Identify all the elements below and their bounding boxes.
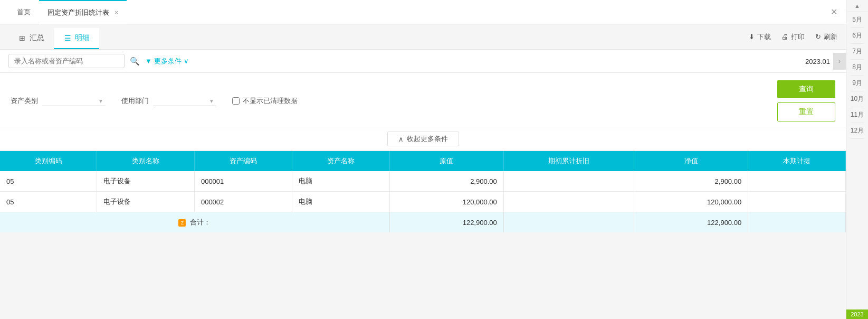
cell-current-depreciation — [748, 192, 846, 212]
search-input[interactable] — [8, 54, 125, 68]
hide-cleared-checkbox[interactable] — [232, 97, 240, 105]
col-original-value: 原值 — [389, 151, 503, 171]
col-asset-code: 资产编码 — [194, 151, 292, 171]
hide-cleared-wrapper: 不显示已清理数据 — [232, 96, 298, 106]
table-header-row: 类别编码 类别名称 资产编码 资产名称 原值 期初累计折旧 净值 本期计提 — [0, 151, 846, 171]
cell-current-depreciation — [748, 171, 846, 192]
sidebar-month-item[interactable]: 5月 — [851, 12, 864, 28]
cell-asset-code: 000001 — [194, 171, 292, 192]
department-label: 使用部门 — [121, 96, 149, 106]
cell-asset-name: 电脑 — [292, 192, 389, 212]
asset-type-select-wrapper: ▼ — [42, 96, 106, 106]
department-select-wrapper: ▼ — [153, 96, 216, 106]
search-bar: 🔍 ▼ 更多条件 ∨ 2023.01 › — [0, 50, 846, 73]
footer-original-value: 122,900.00 — [389, 212, 503, 233]
cell-asset-code: 000002 — [194, 192, 292, 212]
summary-icon: ⊞ — [18, 34, 26, 42]
cell-original-value: 2,900.00 — [389, 171, 503, 192]
tab-summary[interactable]: ⊞ 汇总 — [8, 28, 54, 49]
collapse-label: 收起更多条件 — [407, 134, 448, 144]
cell-asset-name: 电脑 — [292, 171, 389, 192]
tab-label: 固定资产折旧统计表 — [47, 8, 109, 17]
table-footer-row: Σ 合计： 122,900.00 122,900.00 — [0, 212, 846, 233]
reset-button[interactable]: 重置 — [777, 102, 835, 121]
chevron-down-icon: ∨ — [184, 57, 189, 65]
detail-label: 明细 — [75, 33, 90, 43]
footer-accum-depreciation — [503, 212, 634, 233]
hide-cleared-label: 不显示已清理数据 — [243, 96, 298, 106]
sidebar-month-item[interactable]: 8月 — [851, 60, 864, 76]
cell-cat-name: 电子设备 — [97, 171, 195, 192]
col-current-depreciation: 本期计提 — [748, 151, 846, 171]
download-button[interactable]: ⬇ 下载 — [749, 32, 771, 42]
asset-type-label: 资产类别 — [11, 96, 38, 106]
tab-detail[interactable]: ☰ 明细 — [54, 28, 99, 49]
right-sidebar: ▲ 5月6月7月8月9月10月11月12月 2023 — [846, 0, 868, 319]
filter-area: 资产类别 ▼ 使用部门 ▼ 不显示已清理数 — [0, 73, 846, 127]
sidebar-month-item[interactable]: 7月 — [851, 44, 864, 60]
download-label: 下载 — [757, 32, 771, 42]
footer-net-value: 122,900.00 — [634, 212, 748, 233]
main-tab[interactable]: 固定资产折旧统计表 × — [39, 0, 127, 24]
collapse-button[interactable]: ∧ 收起更多条件 — [387, 132, 459, 146]
more-filter-button[interactable]: ▼ 更多条件 ∨ — [145, 57, 189, 66]
table-row: 05 电子设备 000002 电脑 120,000.00 120,000.00 — [0, 192, 846, 212]
collapse-bar: ∧ 收起更多条件 — [0, 127, 846, 151]
detail-icon: ☰ — [63, 34, 72, 42]
filter-row-1: 资产类别 ▼ 使用部门 ▼ 不显示已清理数 — [11, 80, 835, 121]
home-tab[interactable]: 首页 — [8, 7, 39, 17]
filter-icon: ▼ — [145, 57, 152, 65]
query-button[interactable]: 查询 — [777, 80, 835, 98]
cell-accum-depreciation — [503, 192, 634, 212]
print-button[interactable]: 🖨 打印 — [781, 32, 805, 42]
cell-accum-depreciation — [503, 171, 634, 192]
sidebar-nav-up[interactable]: ▲ — [846, 0, 868, 12]
sub-tabs-bar: ⊞ 汇总 ☰ 明细 ⬇ 下载 🖨 打印 ↻ 刷新 — [0, 24, 846, 50]
sidebar-month-item[interactable]: 12月 — [851, 123, 864, 139]
cell-net-value: 120,000.00 — [634, 192, 748, 212]
cell-cat-code: 05 — [0, 171, 97, 192]
refresh-label: 刷新 — [824, 32, 837, 42]
total-icon: Σ — [178, 219, 186, 227]
search-icon[interactable]: 🔍 — [130, 57, 140, 66]
cell-original-value: 120,000.00 — [389, 192, 503, 212]
cell-cat-code: 05 — [0, 192, 97, 212]
footer-current-depreciation — [748, 212, 846, 233]
print-icon: 🖨 — [781, 33, 788, 41]
sidebar-year-badge: 2023 — [846, 309, 868, 319]
cell-cat-name: 电子设备 — [97, 192, 195, 212]
cell-net-value: 2,900.00 — [634, 171, 748, 192]
col-asset-name: 资产名称 — [292, 151, 389, 171]
date-label: 2023.01 — [805, 57, 830, 65]
sidebar-month-item[interactable]: 6月 — [851, 28, 864, 44]
col-accum-depreciation: 期初累计折旧 — [503, 151, 634, 171]
tab-close-icon[interactable]: × — [115, 9, 118, 16]
asset-type-select[interactable] — [42, 96, 106, 106]
more-filter-label: 更多条件 — [154, 57, 182, 66]
toolbar-right: ⬇ 下载 🖨 打印 ↻ 刷新 — [749, 32, 837, 42]
collapse-icon: ∧ — [398, 135, 404, 143]
col-net-value: 净值 — [634, 151, 748, 171]
col-cat-code: 类别编码 — [0, 151, 97, 171]
table-container: 类别编码 类别名称 资产编码 资产名称 原值 期初累计折旧 净值 本期计提 05… — [0, 151, 846, 232]
col-cat-name: 类别名称 — [97, 151, 195, 171]
sidebar-month-item[interactable]: 11月 — [851, 107, 864, 123]
refresh-icon: ↻ — [815, 33, 821, 41]
window-close-button[interactable]: ✕ — [831, 7, 837, 17]
summary-label: 汇总 — [30, 33, 44, 43]
download-icon: ⬇ — [749, 33, 755, 41]
footer-label: 合计： — [190, 218, 211, 226]
collapse-side-arrow[interactable]: › — [833, 53, 846, 70]
asset-type-field: 资产类别 ▼ — [11, 96, 106, 106]
department-field: 使用部门 ▼ — [121, 96, 216, 106]
sidebar-month-item[interactable]: 10月 — [851, 91, 864, 107]
sidebar-month-item[interactable]: 9月 — [851, 76, 864, 91]
action-buttons: 查询 重置 — [777, 80, 835, 121]
refresh-button[interactable]: ↻ 刷新 — [815, 32, 837, 42]
table-row: 05 电子设备 000001 电脑 2,900.00 2,900.00 — [0, 171, 846, 192]
data-table: 类别编码 类别名称 资产编码 资产名称 原值 期初累计折旧 净值 本期计提 05… — [0, 151, 846, 232]
footer-label-cell: Σ 合计： — [0, 212, 389, 233]
department-select[interactable] — [153, 96, 216, 106]
print-label: 打印 — [791, 32, 805, 42]
